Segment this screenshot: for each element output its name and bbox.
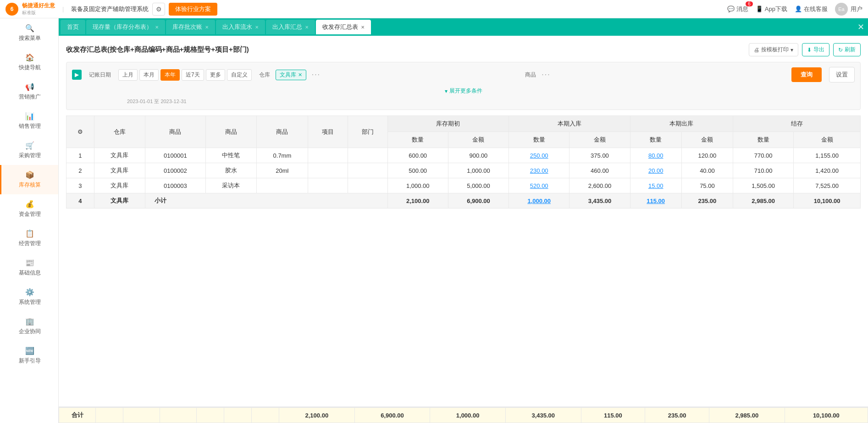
print-icon: 🖨 — [754, 47, 759, 53]
sidebar-item-inventory[interactable]: 📦 库存核算 — [0, 165, 58, 194]
sidebar-item-system[interactable]: ⚙️ 系统管理 — [0, 282, 58, 312]
total-close-amt: 10,100.00 — [785, 408, 868, 423]
col-out-group-header: 本期出库 — [630, 116, 733, 132]
settings-icon[interactable]: ⚙ — [77, 128, 83, 135]
total-in-amt: 3,435.00 — [505, 408, 581, 423]
sidebar-item-purchase[interactable]: 🛒 采购管理 — [0, 136, 58, 165]
tab-home[interactable]: 首页 — [61, 20, 85, 34]
tab-summary[interactable]: 出入库汇总 ✕ — [266, 20, 315, 34]
col-out-qty-header: 数量 — [630, 132, 681, 148]
sidebar-item-basic[interactable]: 📰 基础信息 — [0, 253, 58, 282]
row2-in-amt: 460.00 — [569, 163, 630, 178]
tab-bar-close[interactable]: ✕ — [857, 18, 864, 36]
row2-spec: 20ml — [256, 163, 308, 178]
date-btn-7days[interactable]: 近7天 — [182, 69, 204, 81]
date-btn-last-month[interactable]: 上月 — [118, 69, 138, 81]
sidebar-item-finance[interactable]: 💰 资金管理 — [0, 194, 58, 224]
online-service-button[interactable]: 👤 在线客服 — [795, 5, 828, 13]
gear-button[interactable]: ⚙ — [152, 3, 165, 16]
row3-out-qty[interactable]: 15.00 — [630, 178, 681, 193]
filter-bar: ▶ 记账日期 上月 本月 本年 近7天 更多 自定义 仓库 文具库 — [66, 62, 861, 110]
sidebar-item-quick-nav[interactable]: 🏠 快捷导航 — [0, 48, 58, 77]
subtotal-row: 4 文具库 小计 2,100.00 6,900.00 1,000.00 3,43… — [66, 193, 861, 209]
marketing-icon: 📢 — [25, 82, 34, 91]
col-settings[interactable]: ⚙ — [66, 116, 94, 148]
date-btn-this-year[interactable]: 本年 — [160, 69, 180, 81]
row3-in-qty[interactable]: 520.00 — [509, 178, 569, 193]
row2-open-amt: 1,000.00 — [448, 163, 509, 178]
date-btn-this-month[interactable]: 本月 — [139, 69, 159, 81]
export-button[interactable]: ⬇ 导出 — [802, 43, 829, 56]
query-button[interactable]: 查询 — [791, 67, 822, 82]
row2-project — [308, 163, 348, 178]
warehouse-tag-close[interactable]: ✕ — [298, 72, 302, 78]
message-button[interactable]: 💬 消息 6 — [727, 5, 748, 13]
sidebar-item-guide[interactable]: 🆕 新手引导 — [0, 341, 58, 370]
tab-batch[interactable]: 库存批次账 ✕ — [166, 20, 215, 34]
date-label: 记账日期 — [89, 71, 111, 79]
subtotal-index: 4 — [66, 193, 94, 209]
row3-open-amt: 5,000.00 — [448, 178, 509, 193]
sidebar-item-operation[interactable]: 📋 经营管理 — [0, 224, 58, 253]
row3-code: 0100003 — [145, 178, 205, 193]
tab-stock-dist-close[interactable]: ✕ — [155, 25, 159, 30]
tab-flow[interactable]: 出入库流水 ✕ — [216, 20, 265, 34]
chevron-down-icon: ▾ — [791, 47, 793, 53]
sidebar-item-marketing[interactable]: 📢 营销推广 — [0, 77, 58, 106]
col-in-qty-header: 数量 — [509, 132, 569, 148]
finance-icon: 💰 — [25, 200, 34, 209]
subtotal-in-qty[interactable]: 1,000.00 — [509, 193, 569, 209]
date-buttons: 上月 本月 本年 近7天 更多 自定义 — [118, 69, 252, 81]
sidebar-item-sales[interactable]: 📊 销售管理 — [0, 106, 58, 136]
sidebar-item-search[interactable]: 🔍 搜索菜单 — [0, 18, 58, 48]
subtotal-out-qty[interactable]: 115.00 — [630, 193, 681, 209]
row1-in-qty[interactable]: 250.00 — [509, 148, 569, 163]
row2-out-qty[interactable]: 20.00 — [630, 163, 681, 178]
row1-out-qty[interactable]: 80.00 — [630, 148, 681, 163]
app-download-button[interactable]: 📱 App下载 — [756, 5, 787, 13]
tab-stock-dist[interactable]: 现存量（库存分布表） ✕ — [86, 20, 165, 34]
total-open-amt: 6,900.00 — [354, 408, 430, 423]
close-icon[interactable]: ✕ — [857, 22, 864, 32]
row3-in-amt: 2,600.00 — [569, 178, 630, 193]
tab-batch-close[interactable]: ✕ — [205, 25, 209, 30]
date-btn-more[interactable]: 更多 — [206, 69, 225, 81]
sidebar-item-label: 快捷导航 — [19, 64, 41, 71]
operation-icon: 📋 — [25, 229, 34, 238]
settings-small-button[interactable]: 设置 — [829, 67, 855, 82]
filter-collapse-button[interactable]: ▶ — [72, 70, 82, 80]
tab-flow-close[interactable]: ✕ — [255, 25, 259, 30]
user-area[interactable]: Ea 用户 — [835, 3, 862, 16]
date-btn-custom[interactable]: 自定义 — [227, 69, 252, 81]
sidebar: 🔍 搜索菜单 🏠 快捷导航 📢 营销推广 📊 销售管理 🛒 采购管理 📦 库存核… — [0, 18, 59, 423]
tab-summary-close[interactable]: ✕ — [305, 25, 309, 30]
sidebar-item-corp[interactable]: 🏢 企业协同 — [0, 312, 58, 341]
total-out-amt: 235.00 — [645, 408, 709, 423]
subtotal-open-amt: 6,900.00 — [448, 193, 509, 209]
message-badge: 6 — [746, 1, 753, 6]
col-in-amt-header: 金额 — [569, 132, 630, 148]
print-button[interactable]: 🖨 按模板打印 ▾ — [749, 43, 798, 56]
row2-close-amt: 1,420.00 — [794, 163, 861, 178]
col-opening-group-header: 库存期初 — [387, 116, 509, 132]
guide-icon: 🆕 — [25, 346, 34, 355]
page-header: 收发存汇总表(按仓库+商品编码+商品+规格型号+项目+部门) 🖨 按模板打印 ▾… — [66, 43, 861, 56]
tab-collect[interactable]: 收发存汇总表 ✕ — [316, 20, 371, 34]
top-bar: 6 畅捷通好生意 标准版 | 装备及固定资产辅助管理系统 ⚙ 体验行业方案 💬 … — [0, 0, 868, 18]
header-actions: 🖨 按模板打印 ▾ ⬇ 导出 ↻ 刷新 — [749, 43, 861, 56]
subtotal-close-qty: 2,985.00 — [733, 193, 794, 209]
page-content: 收发存汇总表(按仓库+商品编码+商品+规格型号+项目+部门) 🖨 按模板打印 ▾… — [59, 36, 868, 423]
row2-in-qty[interactable]: 230.00 — [509, 163, 569, 178]
try-button[interactable]: 体验行业方案 — [169, 3, 217, 16]
tab-collect-close[interactable]: ✕ — [361, 25, 365, 30]
app-subtitle: 标准版 — [22, 10, 55, 16]
tab-collect-label: 收发存汇总表 — [322, 23, 358, 31]
col-out-amt-header: 金额 — [681, 132, 733, 148]
system-title: 装备及固定资产辅助管理系统 — [71, 5, 149, 13]
online-service-label: 在线客服 — [804, 5, 828, 13]
goods-more-button[interactable]: ··· — [542, 71, 550, 79]
row1-name: 中性笔 — [206, 148, 257, 163]
refresh-button[interactable]: ↻ 刷新 — [833, 43, 861, 56]
expand-more-button[interactable]: ▾ 展开更多条件 — [443, 85, 484, 97]
warehouse-more-button[interactable]: ··· — [312, 71, 321, 79]
